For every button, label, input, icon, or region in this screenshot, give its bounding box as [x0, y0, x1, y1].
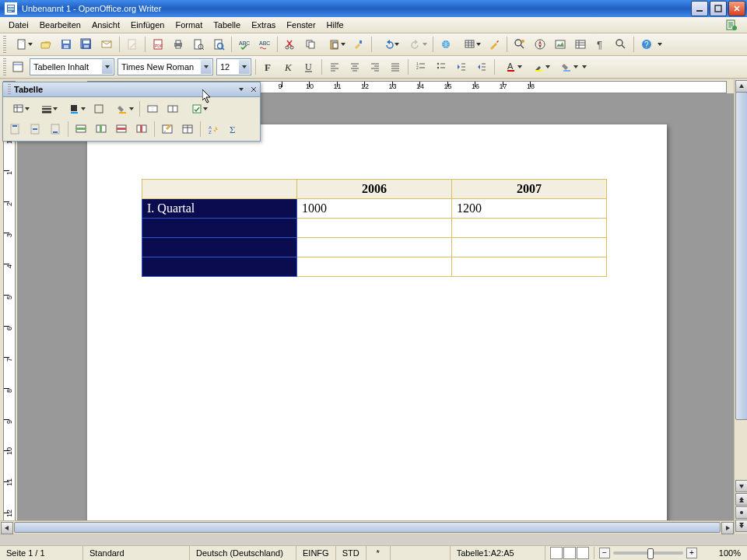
status-language[interactable]: Deutsch (Deutschland) [190, 546, 296, 560]
previous-page-button[interactable] [735, 493, 747, 506]
autospellcheck-button[interactable]: ABC [255, 35, 274, 54]
bold-button[interactable]: F [259, 58, 278, 76]
increase-indent-button[interactable] [472, 58, 491, 76]
align-left-button[interactable] [325, 58, 344, 76]
page[interactable]: 2006 2007 I. Quartal 1000 1200 [87, 124, 667, 521]
toolbar-grip[interactable] [3, 36, 6, 53]
table-toolbar-titlebar[interactable]: Tabelle [3, 82, 260, 97]
page-preview-button[interactable] [189, 35, 208, 54]
table-cell[interactable]: 1000 [297, 199, 452, 219]
table-toolbar-window[interactable]: Tabelle AZ [2, 82, 261, 142]
insert-column-button[interactable] [92, 120, 110, 138]
table-insert-button[interactable] [5, 100, 32, 118]
view-multi-page-button[interactable] [563, 547, 576, 559]
table-cell[interactable]: 1200 [452, 199, 607, 219]
paste-button[interactable] [321, 35, 348, 54]
scroll-down-button[interactable] [735, 480, 747, 492]
nonprinting-button[interactable]: ¶ [591, 35, 610, 54]
italic-button[interactable]: K [279, 58, 298, 76]
align-right-button[interactable] [366, 58, 384, 76]
status-tableref[interactable]: Tabelle1:A2:A5 [451, 546, 545, 560]
sort-button[interactable]: AZ [204, 120, 223, 138]
redo-button[interactable] [403, 35, 430, 54]
table-cell[interactable]: I. Quartal [142, 199, 297, 219]
format-paintbrush-button[interactable] [349, 35, 368, 54]
show-draw-button[interactable] [485, 35, 503, 54]
navigation-button[interactable] [735, 506, 747, 519]
help-button[interactable]: ? [637, 35, 656, 54]
gallery-button[interactable] [551, 35, 570, 54]
menu-einfuegen[interactable]: Einfügen [125, 19, 170, 31]
status-selection-mode[interactable]: STD [336, 546, 366, 560]
edit-file-button[interactable] [123, 35, 142, 54]
align-center-button[interactable] [345, 58, 364, 76]
vertical-scroll-thumb[interactable] [735, 92, 747, 420]
table-header-cell[interactable] [142, 180, 297, 199]
menu-extras[interactable]: Extras [246, 19, 281, 31]
merge-cells-button[interactable] [143, 100, 162, 118]
font-name-combo[interactable]: Times New Roman [117, 58, 213, 75]
horizontal-scrollbar[interactable] [0, 520, 735, 534]
borders-button[interactable] [89, 100, 108, 118]
table-insert-button[interactable] [457, 35, 483, 54]
print-preview-button[interactable] [209, 35, 228, 54]
open-button[interactable] [37, 35, 55, 54]
view-book-button[interactable] [577, 547, 589, 559]
navigator-button[interactable] [531, 35, 549, 54]
export-pdf-button[interactable]: PDF [149, 35, 167, 54]
sum-button[interactable]: Σ [224, 120, 243, 138]
undo-button[interactable] [375, 35, 402, 54]
delete-row-button[interactable] [112, 120, 131, 138]
status-modified[interactable]: * [366, 546, 391, 560]
table-cell[interactable] [452, 238, 607, 257]
scroll-left-button[interactable] [1, 522, 13, 534]
zoom-button[interactable] [612, 35, 630, 54]
status-zoom-value[interactable]: 100% [702, 546, 747, 560]
menu-tabelle[interactable]: Tabelle [208, 19, 246, 31]
find-replace-button[interactable] [510, 35, 529, 54]
menu-ansicht[interactable]: Ansicht [86, 19, 125, 31]
align-middle-button[interactable] [26, 120, 44, 138]
view-single-page-button[interactable] [550, 547, 563, 559]
status-insert-mode[interactable]: EINFG [296, 546, 336, 560]
toolbar-overflow[interactable] [581, 58, 587, 75]
align-justify-button[interactable] [386, 58, 405, 76]
table-header-cell[interactable]: 2006 [297, 180, 452, 199]
table-cell[interactable] [142, 238, 297, 257]
menu-datei[interactable]: Datei [3, 19, 34, 31]
menu-format[interactable]: Format [170, 19, 208, 31]
styles-window-button[interactable] [9, 58, 27, 76]
insert-row-button[interactable] [72, 120, 90, 138]
status-style[interactable]: Standard [83, 546, 190, 560]
toolbar-menu-button[interactable] [236, 84, 247, 95]
menu-hilfe[interactable]: Hilfe [321, 19, 349, 31]
toolbar-overflow[interactable] [657, 36, 663, 53]
next-page-button[interactable] [735, 520, 747, 532]
zoom-slider[interactable] [613, 551, 683, 555]
zoom-out-button[interactable]: − [599, 548, 610, 558]
table-cell[interactable] [297, 257, 452, 277]
background-color-button[interactable] [554, 58, 580, 76]
bullet-list-button[interactable] [432, 58, 451, 76]
close-button[interactable] [728, 1, 745, 16]
save-as-button[interactable] [77, 35, 96, 54]
hyperlink-button[interactable] [437, 35, 455, 54]
numbered-list-button[interactable]: 12 [412, 58, 430, 76]
border-color-button[interactable] [61, 100, 88, 118]
zoom-in-button[interactable]: + [686, 548, 697, 558]
print-button[interactable] [169, 35, 188, 54]
menu-bearbeiten[interactable]: Bearbeiten [34, 19, 86, 31]
status-signature[interactable] [391, 546, 451, 560]
vertical-scrollbar[interactable] [734, 79, 747, 534]
table-cell[interactable] [142, 219, 297, 238]
minimize-button[interactable] [691, 1, 708, 16]
background-color-button[interactable] [110, 100, 136, 118]
datasources-button[interactable] [571, 35, 590, 54]
table-cell[interactable] [297, 238, 452, 257]
toolbar-grip[interactable] [3, 58, 6, 75]
table-cell[interactable] [452, 257, 607, 277]
maximize-button[interactable] [710, 1, 727, 16]
font-size-combo[interactable]: 12 [216, 58, 251, 75]
save-button[interactable] [57, 35, 75, 54]
document-table[interactable]: 2006 2007 I. Quartal 1000 1200 [142, 179, 607, 277]
